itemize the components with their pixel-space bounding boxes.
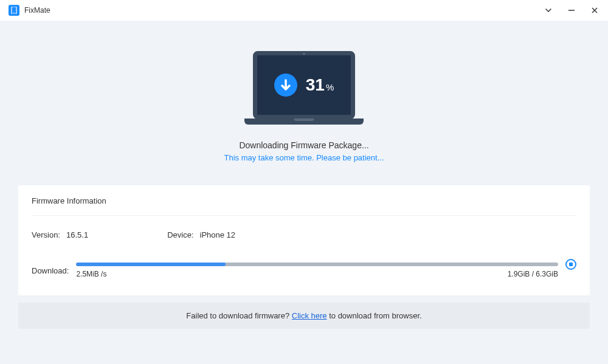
svg-point-1 [13,12,15,13]
titlebar-left: FixMate [9,5,50,16]
version-label: Version: [32,230,60,239]
stop-button[interactable] [565,259,576,270]
device-pair: Device: iPhone 12 [167,230,235,239]
percent-sign: % [326,82,334,92]
version-value: 16.5.1 [66,230,88,239]
status-title: Downloading Firmware Package... [239,140,368,150]
app-title: FixMate [24,6,50,15]
device-label: Device: [167,230,193,239]
status-subtitle: This may take some time. Please be patie… [224,153,384,162]
download-arrow-icon [274,74,297,97]
firmware-info-row: Version: 16.5.1 Device: iPhone 12 [32,230,576,239]
download-row: Download: 2.5MiB /s 1.9GiB / 6.3GiB [32,263,576,278]
progress-percent: 31 % [306,75,334,95]
dropdown-button[interactable] [544,5,553,15]
device-value: iPhone 12 [200,230,236,239]
close-button[interactable] [590,5,599,15]
firmware-info-title: Firmware Information [32,196,576,216]
progress-container: 2.5MiB /s 1.9GiB / 6.3GiB [76,263,558,278]
laptop-illustration: 31 % [253,51,355,119]
window-controls [544,5,599,15]
download-label: Download: [32,266,69,275]
minimize-button[interactable] [567,5,576,15]
footer-bar: Failed to download firmware? Click here … [18,303,590,329]
progress-fill [76,263,226,266]
footer-suffix: to download from browser. [327,311,422,320]
app-logo-icon [9,5,19,16]
laptop-camera-icon [303,53,305,55]
footer-link[interactable]: Click here [292,311,327,320]
progress-bar [76,263,558,266]
laptop-base-icon [244,118,364,125]
percent-number: 31 [306,75,325,95]
progress-stats: 2.5MiB /s 1.9GiB / 6.3GiB [76,270,558,278]
download-size: 1.9GiB / 6.3GiB [508,270,558,278]
footer-prefix: Failed to download firmware? [186,311,291,320]
version-pair: Version: 16.5.1 [32,230,88,239]
main-content: 31 % Downloading Firmware Package... Thi… [0,21,608,295]
titlebar: FixMate [0,0,608,21]
download-speed: 2.5MiB /s [76,270,106,278]
stop-icon [569,263,573,266]
firmware-info-card: Firmware Information Version: 16.5.1 Dev… [18,185,590,295]
